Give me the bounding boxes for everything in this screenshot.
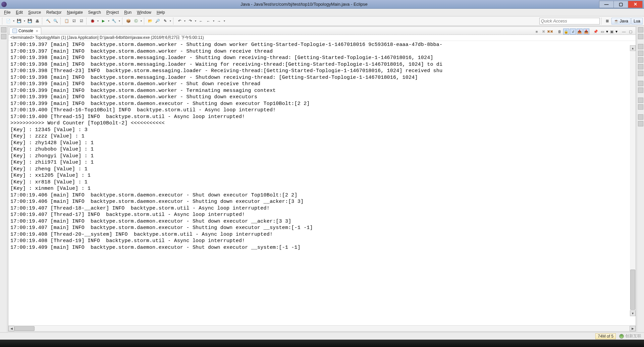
maximize-button[interactable]: ▢ [613, 1, 628, 8]
show-on-err-button[interactable]: 📥 [583, 28, 589, 35]
minimize-view-button[interactable]: — [621, 28, 627, 35]
last-edit-button[interactable]: ← [198, 18, 204, 24]
open-task-button[interactable]: 📂 [147, 18, 154, 24]
trim-icon-9[interactable] [638, 88, 643, 93]
minimize-button[interactable]: — [599, 1, 614, 8]
title-bar: Java - JavaTest/src/com/bj/test/top10/To… [0, 0, 644, 9]
build-button[interactable]: 🔨 [45, 18, 52, 24]
scroll-right-arrow[interactable]: ▶ [630, 326, 636, 331]
status-bar: 74M of 5 创新互联 [0, 332, 644, 340]
brand-watermark: 创新互联 [619, 333, 641, 339]
new-class-button[interactable]: Ⓒ [132, 18, 139, 24]
console-process-label: <terminated> TopologyMain (1) [Java Appl… [8, 35, 636, 41]
console-view: Console ✕ ■ ✖ ✖✖ 🗑 🔒 ↲ 📤 📥 📌 ▭▾ ▣▾ — ▢ [8, 26, 636, 332]
run-button[interactable]: ▶ [100, 18, 107, 24]
trim-icon-11[interactable] [638, 104, 643, 110]
view-tab-bar: Console ✕ ■ ✖ ✖✖ 🗑 🔒 ↲ 📤 📥 📌 ▭▾ ▣▾ — ▢ [8, 27, 636, 35]
trim-icon-5[interactable] [638, 57, 643, 63]
remove-launch-button[interactable]: ✖ [540, 28, 546, 35]
hscroll-thumb[interactable] [14, 326, 35, 331]
word-wrap-button[interactable]: ↲ [570, 28, 576, 35]
nav-back-drop[interactable]: ↶ [176, 18, 183, 24]
perspective-lua[interactable]: Lua [631, 18, 643, 24]
show-on-out-button[interactable]: 📤 [577, 28, 583, 35]
remove-all-button[interactable]: ✖✖ [547, 28, 553, 35]
save-all-button[interactable]: 💾 [26, 18, 33, 24]
run-last-button[interactable]: 🔧 [111, 18, 117, 24]
debug-dropdown[interactable]: ▾ [97, 18, 99, 24]
run-last-dropdown[interactable]: ▾ [118, 18, 121, 24]
menu-refactor[interactable]: Refactor [44, 9, 64, 16]
perspective-java[interactable]: ☕Java [611, 18, 631, 24]
window-title: Java - JavaTest/src/com/bj/test/top10/To… [9, 2, 599, 7]
minimized-view-icon[interactable] [1, 34, 6, 39]
restore-view-icon[interactable] [1, 27, 6, 33]
menu-help[interactable]: Help [154, 9, 168, 16]
menu-project[interactable]: Project [104, 9, 121, 16]
vscroll-thumb[interactable] [630, 270, 635, 310]
scroll-left-arrow[interactable]: ◀ [8, 326, 14, 331]
annotation-dropdown[interactable]: ▾ [169, 18, 172, 24]
display-selected-button[interactable]: ▭ [599, 28, 605, 35]
trim-icon-3[interactable] [638, 44, 643, 49]
os-taskbar[interactable] [0, 340, 644, 347]
debug-button[interactable]: 🐞 [89, 18, 96, 24]
close-tab-icon[interactable]: ✕ [36, 29, 38, 33]
trim-icon-4[interactable] [638, 51, 643, 56]
run-dropdown[interactable]: ▾ [107, 18, 110, 24]
menu-bar: File Edit Source Refactor Navigate Searc… [0, 9, 644, 16]
menu-navigate[interactable]: Navigate [64, 9, 85, 16]
trim-icon-13[interactable] [638, 121, 643, 126]
workbench: Console ✕ ■ ✖ ✖✖ 🗑 🔒 ↲ 📤 📥 📌 ▭▾ ▣▾ — ▢ [0, 26, 644, 332]
new-dropdown[interactable]: ▾ [12, 18, 15, 24]
terminate-button[interactable]: ■ [534, 28, 540, 35]
close-button[interactable]: ✕ [628, 1, 643, 8]
trim-icon-6[interactable] [638, 64, 643, 69]
trim-icon-1[interactable] [638, 27, 643, 33]
trim-icon-10[interactable] [638, 98, 643, 103]
clear-console-button[interactable]: 🗑 [556, 28, 562, 35]
right-trim-bar [637, 26, 644, 332]
menu-window[interactable]: Window [134, 9, 154, 16]
paste-button[interactable]: 📋 [63, 18, 70, 24]
open-perspective-button[interactable]: ⊞ [604, 18, 611, 24]
search-button[interactable]: 🔎 [154, 18, 161, 24]
trim-icon-12[interactable] [638, 114, 643, 120]
print-button[interactable]: 🖶 [34, 18, 41, 24]
open-type-button[interactable]: 🔍 [52, 18, 59, 24]
scroll-up-arrow[interactable]: ▲ [630, 45, 636, 51]
save-button[interactable]: 💾 [16, 18, 22, 24]
trim-icon-7[interactable] [638, 71, 643, 76]
back-button[interactable]: ← [205, 18, 212, 24]
vertical-scrollbar[interactable]: ▲ ▼ [630, 45, 636, 316]
trim-icon-8[interactable] [638, 81, 643, 86]
console-output[interactable]: 17:00:19.397 [main] INFO backtype.storm.… [8, 41, 636, 325]
annotation-button[interactable]: ✎ [162, 18, 168, 24]
toggle2-button[interactable]: ☑ [78, 18, 85, 24]
main-toolbar: 📄▾ 💾▾ 💾 🖶 🔨 🔍 📋 ☑ ☑ 🐞▾ ▶▾ 🔧▾ 📦 Ⓒ▾ 📂 🔎 ✎▾… [0, 16, 644, 26]
menu-run[interactable]: Run [121, 9, 134, 16]
horizontal-scrollbar[interactable]: ◀ ▶ [8, 325, 636, 331]
save-dropdown[interactable]: ▾ [23, 18, 26, 24]
menu-file[interactable]: File [1, 9, 13, 16]
quick-access-input[interactable] [539, 18, 600, 24]
forward-button[interactable]: → [216, 18, 222, 24]
left-trim-bar [0, 26, 7, 332]
scroll-down-arrow[interactable]: ▼ [630, 310, 636, 316]
heap-status[interactable]: 74M of 5 [595, 333, 616, 339]
nav-fwd-drop[interactable]: ↷ [187, 18, 194, 24]
scroll-lock-button[interactable]: 🔒 [563, 28, 569, 35]
toggle-button[interactable]: ☑ [71, 18, 77, 24]
trim-icon-2[interactable] [638, 34, 643, 39]
maximize-view-button[interactable]: ▢ [628, 28, 634, 35]
new-class-dropdown[interactable]: ▾ [140, 18, 143, 24]
new-button[interactable]: 📄 [5, 18, 12, 24]
open-console-button[interactable]: ▣ [609, 28, 615, 35]
menu-edit[interactable]: Edit [13, 9, 25, 16]
console-icon [12, 28, 17, 33]
pin-console-button[interactable]: 📌 [593, 28, 599, 35]
menu-search[interactable]: Search [86, 9, 104, 16]
new-package-button[interactable]: 📦 [125, 18, 132, 24]
console-tab[interactable]: Console ✕ [9, 27, 41, 35]
menu-source[interactable]: Source [25, 9, 44, 16]
